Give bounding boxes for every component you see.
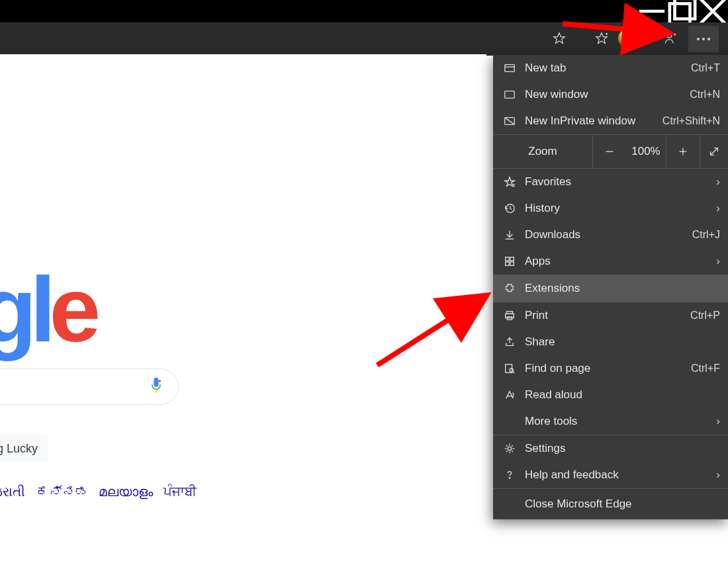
svg-rect-18: [505, 65, 514, 72]
chevron-right-icon: ›: [716, 468, 720, 482]
svg-point-17: [159, 380, 161, 382]
settings-icon: [501, 443, 518, 455]
svg-line-26: [711, 148, 718, 155]
more-button[interactable]: [688, 26, 719, 52]
profile-icon[interactable]: [655, 23, 686, 54]
svg-line-22: [505, 118, 514, 125]
menu-favorites[interactable]: Favorites ›: [493, 169, 728, 195]
svg-point-14: [707, 38, 710, 40]
menu-shortcut: Ctrl+N: [690, 89, 720, 101]
zoom-in-button[interactable]: [666, 135, 700, 168]
menu-apps[interactable]: Apps ›: [493, 248, 728, 275]
language-links: ગુજરાતી ಕನ್ನಡ മലയാളം ਪੰਜਾਬੀ: [0, 484, 203, 499]
inprivate-icon: [501, 115, 518, 127]
voice-search-icon[interactable]: [149, 376, 163, 398]
new-tab-icon: [501, 62, 518, 74]
language-link[interactable]: ਪੰਜਾਬੀ: [163, 484, 197, 499]
language-link[interactable]: ಕನ್ನಡ: [36, 484, 89, 499]
zoom-label: Zoom: [493, 145, 592, 158]
restore-button[interactable]: [667, 0, 698, 22]
close-button[interactable]: [698, 0, 728, 22]
menu-print[interactable]: Print Ctrl+P: [493, 302, 728, 329]
chevron-right-icon: ›: [716, 175, 720, 189]
svg-rect-1: [670, 4, 690, 24]
window-titlebar: [0, 0, 728, 22]
menu-label: New tab: [525, 62, 684, 75]
language-link[interactable]: മലയാളം: [99, 484, 153, 499]
menu-label: Settings: [525, 442, 720, 455]
print-icon: [501, 310, 518, 322]
feeling-lucky-button[interactable]: ng Lucky: [0, 435, 48, 463]
menu-new-tab[interactable]: New tab Ctrl+T: [493, 55, 728, 81]
fullscreen-button[interactable]: [700, 135, 728, 168]
search-box[interactable]: [0, 368, 179, 405]
menu-zoom: Zoom 100%: [493, 134, 728, 169]
menu-new-window[interactable]: New window Ctrl+N: [493, 81, 728, 108]
menu-downloads[interactable]: Downloads Ctrl+J: [493, 222, 728, 248]
svg-rect-36: [510, 262, 514, 265]
menu-extensions[interactable]: Extensions: [493, 275, 728, 302]
favorite-star-icon[interactable]: [544, 23, 574, 54]
svg-point-13: [702, 38, 705, 40]
menu-label: Read aloud: [525, 388, 720, 402]
svg-marker-6: [596, 33, 608, 44]
svg-marker-5: [554, 33, 565, 44]
menu-label: Apps: [525, 255, 709, 268]
menu-help[interactable]: Help and feedback ›: [493, 462, 728, 488]
zoom-out-button[interactable]: [592, 135, 626, 168]
share-icon: [501, 336, 518, 348]
apps-icon: [501, 255, 518, 267]
svg-rect-38: [506, 314, 514, 318]
menu-label: New InPrivate window: [525, 114, 656, 128]
settings-menu: New tab Ctrl+T New window Ctrl+N New InP…: [493, 55, 728, 519]
minimize-button[interactable]: [637, 0, 667, 22]
svg-rect-34: [510, 257, 514, 261]
menu-label: Downloads: [525, 228, 686, 241]
chevron-right-icon: ›: [716, 202, 720, 215]
new-window-icon: [501, 89, 518, 101]
menu-more-tools[interactable]: More tools ›: [493, 408, 728, 435]
menu-close-edge[interactable]: Close Microsoft Edge: [493, 489, 728, 519]
page-content: gle ng Lucky ગુજરાતી ಕನ್ನಡ മലയാളം ਪੰਜਾਬੀ: [0, 54, 486, 563]
menu-label: Extensions: [525, 282, 720, 295]
svg-rect-20: [505, 91, 514, 99]
menu-shortcut: Ctrl+Shift+N: [662, 115, 720, 127]
svg-point-9: [667, 34, 672, 38]
menu-label: Favorites: [525, 175, 709, 189]
menu-label: More tools: [525, 415, 709, 428]
google-logo: gle: [0, 256, 94, 363]
menu-history[interactable]: History ›: [493, 195, 728, 222]
menu-label: Close Microsoft Edge: [525, 498, 720, 511]
svg-line-43: [513, 372, 515, 374]
downloads-icon: [501, 229, 518, 241]
menu-read-aloud[interactable]: Read aloud: [493, 382, 728, 408]
menu-find[interactable]: Find on page Ctrl+F: [493, 355, 728, 382]
menu-inprivate[interactable]: New InPrivate window Ctrl+Shift+N: [493, 108, 728, 134]
chevron-right-icon: ›: [716, 255, 720, 268]
help-icon: [501, 469, 518, 481]
menu-shortcut: Ctrl+J: [692, 229, 720, 241]
svg-rect-33: [506, 257, 509, 261]
menu-shortcut: Ctrl+F: [691, 363, 720, 374]
menu-shortcut: Ctrl+P: [690, 310, 720, 322]
history-icon: [501, 202, 518, 214]
read-aloud-icon: [501, 389, 518, 401]
menu-label: New window: [525, 88, 683, 101]
menu-label: Help and feedback: [525, 468, 709, 482]
menu-label: Find on page: [525, 362, 684, 375]
svg-point-46: [509, 478, 510, 478]
find-icon: [501, 363, 518, 374]
menu-label: History: [525, 202, 709, 215]
menu-share[interactable]: Share: [493, 329, 728, 355]
menu-label: Print: [525, 309, 684, 322]
menu-settings[interactable]: Settings: [493, 435, 728, 462]
language-link[interactable]: ગુજરાતી: [0, 484, 25, 499]
menu-label: Share: [525, 335, 720, 349]
browser-toolbar: [0, 22, 728, 56]
extensions-icon: [501, 282, 518, 294]
profile-avatar[interactable]: [618, 28, 638, 48]
chevron-right-icon: ›: [716, 415, 720, 428]
svg-rect-15: [154, 377, 159, 386]
favorites-icon[interactable]: [586, 23, 617, 54]
zoom-value: 100%: [626, 145, 666, 158]
